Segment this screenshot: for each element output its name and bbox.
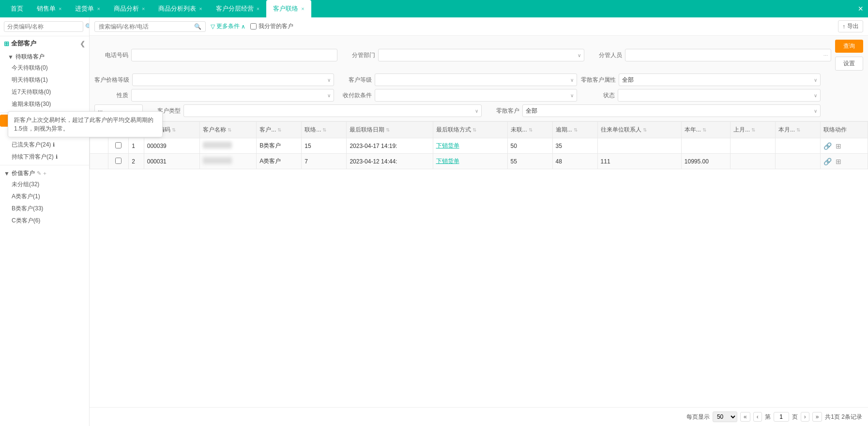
dept-dropdown[interactable]: ∨ [378,49,584,61]
filter-status-cell: 状态 ∨ [581,89,821,102]
info-icon-4[interactable]: ℹ [56,154,58,160]
sidebar-item-class-b[interactable]: B类客户(33) [0,203,89,215]
grid-icon: ⊞ [4,40,9,47]
sidebar-item-already-lost[interactable]: 已流失客户(24) ℹ [0,139,89,151]
person-label: 分管人员 [588,51,622,59]
sidebar-item-overdue-pending[interactable]: 逾期未联络(30) [0,98,89,110]
sidebar-search-icon[interactable]: 🔍 [85,23,90,30]
th-contact[interactable]: 联络...⇅ [302,122,347,138]
th-contact-person[interactable]: 往来单位联系人⇅ [597,122,681,138]
info-icon-3[interactable]: ℹ [53,142,55,148]
collapse-icon[interactable]: ❮ [80,40,85,47]
sidebar-all-customers[interactable]: ⊞ 全部客户 ❮ [0,36,89,51]
last-page-button[interactable]: » [812,412,822,422]
table-row: 2 000031 A类客户 7 2023-04-12 14:44: 下销货单 5… [90,154,868,169]
status-dropdown[interactable]: ∨ [618,89,821,102]
td-overdue-2: 48 [552,154,597,169]
export-button[interactable]: ↑ 导出 [838,20,863,32]
customer-level-dropdown[interactable]: ∨ [375,73,578,86]
close-customer-contact-icon[interactable]: × [301,6,304,12]
tooltip-box: 距客户上次交易时长，超过了此客户的平均交易周期的1.5倍，则视为异常。 [8,111,163,137]
filter-icon: ▽ [211,23,215,30]
nav-product-analysis-list[interactable]: 商品分析列表 × [152,0,209,17]
my-customers-checkbox[interactable] [250,23,257,29]
th-category[interactable]: 客户...⇅ [257,122,302,138]
filter-search-icon[interactable]: 🔍 [194,23,201,30]
td-last-contact-date-2: 2023-04-12 14:44: [347,154,433,169]
price-level-dropdown[interactable]: ∨ [132,73,334,86]
close-product-analysis-list-icon[interactable]: × [199,6,202,12]
th-last-contact-method[interactable]: 最后联络方式⇅ [433,122,507,138]
settings-button[interactable]: 设置 [835,57,863,71]
th-this-month[interactable]: 本月...⇅ [776,122,821,138]
nav-home[interactable]: 首页 [4,0,30,17]
filter-retail-customer-cell: 零散客户 全部∨ [486,104,821,117]
grid-action-icon-1[interactable]: ⊞ [836,142,841,150]
td-last-contact-date-1: 2023-04-17 14:19: [347,138,433,154]
sort-icon-5: ⇅ [386,127,390,132]
retail-attr-label: 零散客户属性 [581,76,616,84]
first-page-button[interactable]: « [740,412,750,422]
content-area: 🔍 ▽ 更多条件 ∧ 我分管的客户 ↑ 导出 电话号码 [90,17,868,426]
link-action-icon-2[interactable]: 🔗 [823,158,832,165]
next-page-button[interactable]: › [801,412,809,422]
row2-checkbox[interactable] [115,158,122,164]
close-customer-segmentation-icon[interactable]: × [257,6,259,12]
sort-icon-11: ⇅ [751,127,755,132]
close-sales-order-icon[interactable]: × [59,6,61,12]
sidebar-item-class-c[interactable]: C类客户(6) [0,215,89,227]
sidebar-item-7days-pending[interactable]: 近7天待联络(0) [0,86,89,98]
sidebar-item-ungrouped[interactable]: 未分组(32) [0,178,89,191]
th-last-contact-date[interactable]: 最后联络日期⇅ [347,122,433,138]
sidebar-search-input[interactable] [4,21,83,32]
sidebar-pending-group[interactable]: ▼ 待联络客户 [0,51,89,62]
td-this-month-1 [776,138,821,154]
row1-checkbox[interactable] [115,142,122,148]
nav-customer-contact[interactable]: 客户联络 × [266,0,311,17]
gender-dropdown[interactable]: ∨ [131,89,334,102]
sidebar-item-class-a[interactable]: A类客户(1) [0,191,89,203]
customer-type-dropdown[interactable]: ∨ [183,104,482,117]
price-level-label: 客户价格等级 [94,76,129,84]
sidebar-item-persistent-decline[interactable]: 持续下滑客户(2) ℹ [0,151,89,163]
sort-icon: ⇅ [172,127,176,132]
filter-search-input[interactable] [99,23,194,30]
nav-product-analysis[interactable]: 商品分析 × [107,0,152,17]
th-last-month[interactable]: 上月...⇅ [730,122,775,138]
sidebar-item-tomorrow-pending[interactable]: 明天待联络(1) [0,74,89,86]
th-name[interactable]: 客户名称⇅ [200,122,257,138]
add-group-icon[interactable]: ＋ [42,170,47,177]
edit-icon[interactable]: ✎ [37,170,41,176]
th-this-year[interactable]: 本年...⇅ [681,122,730,138]
filter-more-conditions[interactable]: ▽ 更多条件 ∧ [211,22,245,30]
page-number-input[interactable] [774,412,789,422]
filter-phone-cell: 电话号码 [94,49,337,61]
payment-dropdown[interactable]: ∨ [375,89,578,102]
close-product-analysis-icon[interactable]: × [142,6,145,12]
filter-dept-cell: 分管部门 ∨ [341,49,584,61]
retail-customer-dropdown[interactable]: 全部∨ [522,104,821,117]
td-overdue-1: 35 [552,138,597,154]
nav-purchase-order[interactable]: 进货单 × [68,0,107,17]
person-input[interactable]: ··· [625,49,831,61]
retail-attr-dropdown[interactable]: 全部∨ [619,73,821,86]
page-label: 第 [765,413,771,421]
arrow-down-icon: ▼ [8,54,14,60]
per-page-select[interactable]: 50 100 200 [713,411,737,422]
nav-customer-segmentation[interactable]: 客户分层经营 × [209,0,266,17]
window-close-button[interactable]: × [858,4,863,14]
grid-action-icon-2[interactable]: ⊞ [836,158,841,165]
td-contact-2: 7 [302,154,347,169]
prev-page-button[interactable]: ‹ [753,412,762,422]
th-overdue[interactable]: 逾期...⇅ [552,122,597,138]
nav-sales-order[interactable]: 销售单 × [30,0,68,17]
link-action-icon-1[interactable]: 🔗 [823,142,832,150]
phone-input[interactable] [131,49,337,61]
td-last-contact-method-1[interactable]: 下销货单 [433,138,507,154]
close-purchase-order-icon[interactable]: × [97,6,100,12]
query-button[interactable]: 查询 [835,40,863,53]
th-not-contacted[interactable]: 未联...⇅ [507,122,552,138]
td-last-contact-method-2[interactable]: 下销货单 [433,154,507,169]
sidebar-item-today-pending[interactable]: 今天待联络(0) [0,62,89,74]
sort-icon-8: ⇅ [574,127,578,132]
